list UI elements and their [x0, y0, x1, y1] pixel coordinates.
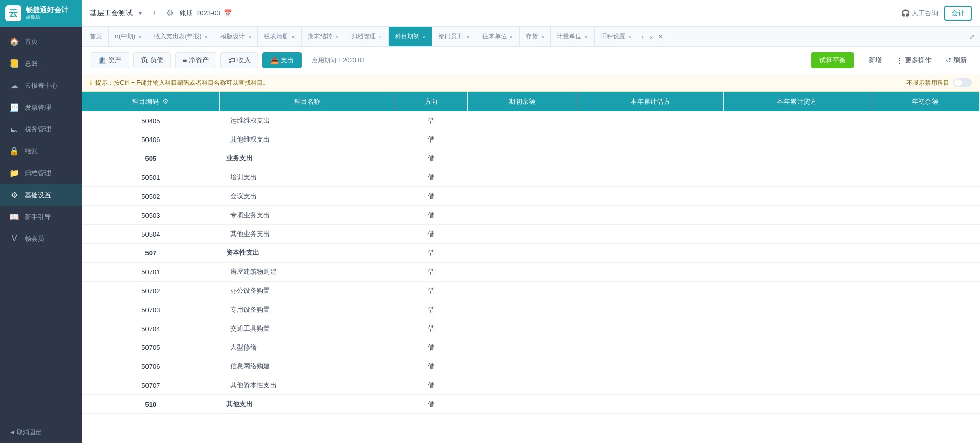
tab-close-icon[interactable]: × [584, 34, 587, 40]
table-row: 507 资本性支出 借 [82, 244, 980, 263]
cell-opening [468, 130, 577, 149]
tab-undefined[interactable]: 模版设计× [214, 27, 258, 46]
subnav-income[interactable]: 🏷收入 [220, 52, 258, 68]
cell-name: 会议支出 [220, 187, 395, 206]
sidebar-footer[interactable]: ◄ 取消固定 [0, 422, 82, 443]
tab-undefined[interactable]: 币种设置× [595, 27, 638, 46]
cell-credit-ytd [724, 282, 870, 300]
sidebar-item-member[interactable]: V畅会员 [0, 228, 82, 249]
tab-undefined[interactable]: 期末结转× [302, 27, 345, 46]
cell-year-opening [870, 300, 980, 319]
tab-undefined[interactable]: 存货× [520, 27, 551, 46]
balance-button[interactable]: 试算平衡 [811, 52, 854, 68]
cell-code: 50502 [82, 187, 220, 206]
tab-close-icon[interactable]: × [138, 34, 141, 40]
toggle-switch[interactable] [953, 78, 972, 87]
pin-label: ◄ 取消固定 [9, 428, 41, 437]
subnav-label-net_assets: 净资产 [189, 56, 209, 65]
cell-credit-ytd [724, 149, 870, 168]
cell-name: 培训支出 [220, 168, 395, 187]
add-button[interactable]: + 新增 [858, 53, 887, 68]
nav-icon-member: V [9, 234, 19, 243]
subnav-liabilities[interactable]: 负负债 [133, 52, 171, 68]
sidebar-item-settings[interactable]: ⚙基础设置 [0, 184, 82, 206]
tab-label: 部门员工 [438, 32, 463, 41]
tab-close-icon[interactable]: × [628, 34, 631, 40]
tab-close-icon[interactable]: × [466, 34, 469, 40]
subnav-expenses[interactable]: 📤支出 [262, 52, 302, 68]
tab-undefined[interactable]: 科目期初× [389, 27, 432, 46]
app-name: 畅捷通好会计 [26, 6, 68, 14]
cell-year-opening [870, 338, 980, 357]
refresh-button[interactable]: ↺ 刷新 [941, 53, 972, 68]
subnav-assets[interactable]: 🏦资产 [90, 52, 129, 68]
cell-dir: 借 [395, 357, 468, 376]
calendar-icon[interactable]: 📅 [224, 9, 232, 17]
more-button[interactable]: ⋮ 更多操作 [891, 53, 937, 68]
tab-undefined[interactable]: 计量单位× [551, 27, 594, 46]
col-settings-icon[interactable]: ⚙ [162, 97, 169, 105]
content-area: 🏦资产负负债≡净资产🏷收入📤支出 启用期间：2023.03 试算平衡 + 新增 … [82, 47, 980, 443]
sidebar-item-home[interactable]: 🏠首页 [0, 31, 82, 53]
table-body: 50405 运维维权支出 借 50406 其他维权支出 借 505 业务支出 借… [82, 111, 980, 414]
topbar-right: 🎧 人工咨询 会计 [901, 6, 972, 21]
nav-label-tax: 税务管理 [24, 125, 51, 134]
subnav-icon-liabilities: 负 [141, 56, 148, 65]
tab-close-icon[interactable]: × [423, 34, 426, 40]
accounts-table: 科目编码 ⚙ 科目名称 方向 期初余额 本年累计借方 本年累计贷方 年初余额 5… [82, 92, 980, 414]
sidebar-item-reports[interactable]: ☁云报表中心 [0, 75, 82, 97]
sidebar-item-archive[interactable]: 📁归档管理 [0, 162, 82, 184]
tab-close-all-button[interactable]: × [655, 32, 666, 41]
cell-name: 其他支出 [220, 395, 395, 414]
tab-undefined[interactable]: 首页 [84, 27, 109, 46]
subnav-label-expenses: 支出 [281, 56, 294, 65]
tab-close-icon[interactable]: × [248, 34, 251, 40]
cell-name: 专用设备购置 [220, 300, 395, 319]
add-tab-button[interactable]: ＋ [148, 6, 160, 20]
tab-close-icon[interactable]: × [379, 34, 382, 40]
tab-close-icon[interactable]: × [291, 34, 295, 40]
cell-dir: 借 [395, 395, 468, 414]
tab-undefined[interactable]: 𝗇(中期)× [109, 27, 148, 46]
cell-opening [468, 111, 577, 130]
tab-undefined[interactable]: 收入支出表(年报)× [148, 27, 214, 46]
headset-icon: 🎧 [901, 9, 910, 17]
sidebar-item-guide[interactable]: 📖新手引导 [0, 206, 82, 228]
subnav-icon-expenses: 📤 [270, 56, 279, 64]
sidebar-item-invoice[interactable]: 🧾发票管理 [0, 97, 82, 119]
sidebar-item-ledger[interactable]: 📒总账 [0, 53, 82, 75]
cell-credit-ytd [724, 130, 870, 149]
settings-icon[interactable]: ⚙ [166, 8, 174, 18]
tab-undefined[interactable]: 往来单位× [476, 27, 520, 46]
account-button[interactable]: 会计 [944, 6, 972, 21]
subnav-label-income: 收入 [237, 56, 251, 65]
tab-undefined[interactable]: 部门员工× [432, 27, 476, 46]
cell-opening [468, 168, 577, 187]
tab-undefined[interactable]: 归档管理× [345, 27, 388, 46]
subnav-net_assets[interactable]: ≡净资产 [175, 52, 216, 68]
tab-close-icon[interactable]: × [335, 34, 338, 40]
sidebar-item-closing[interactable]: 🔒结账 [0, 140, 82, 162]
app-logo: 云 [5, 5, 21, 21]
cell-opening [468, 300, 577, 319]
support-button[interactable]: 🎧 人工咨询 [901, 9, 938, 18]
subnav-icon-net_assets: ≡ [183, 56, 187, 64]
tab-label: 首页 [90, 32, 102, 41]
nav-icon-guide: 📖 [9, 212, 19, 222]
sidebar-nav: 🏠首页📒总账☁云报表中心🧾发票管理🗂税务管理🔒结账📁归档管理⚙基础设置📖新手引导… [0, 27, 82, 422]
table-row: 50405 运维维权支出 借 [82, 111, 980, 130]
tab-close-icon[interactable]: × [510, 34, 513, 40]
cell-credit-ytd [724, 319, 870, 338]
cell-dir: 借 [395, 319, 468, 338]
tab-label: 归档管理 [351, 32, 376, 41]
cell-debit-ytd [577, 206, 724, 225]
sidebar-item-tax[interactable]: 🗂税务管理 [0, 119, 82, 140]
tab-close-icon[interactable]: × [541, 34, 544, 40]
tab-expand-button[interactable]: ⤢ [966, 33, 978, 41]
project-dropdown-icon[interactable]: ▾ [139, 10, 142, 17]
project-name: 基层工会测试 [90, 9, 133, 18]
tab-undefined[interactable]: 税表清册× [258, 27, 301, 46]
tab-prev-button[interactable]: ‹ [638, 33, 647, 41]
tab-close-icon[interactable]: × [204, 34, 207, 40]
tab-next-button[interactable]: › [647, 33, 655, 41]
